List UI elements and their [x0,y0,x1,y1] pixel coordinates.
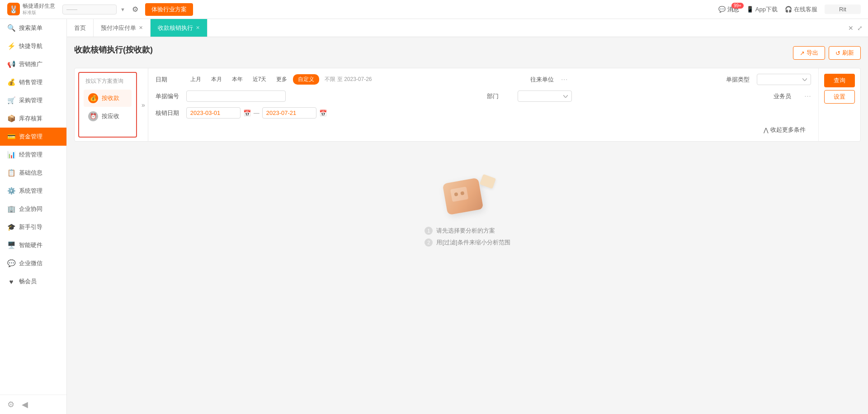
company-selector[interactable]: —— [62,5,117,14]
tab-expand-icon[interactable]: ⤢ [857,24,863,32]
empty-tip-2: 2 用[过滤]条件来缩小分析范围 [425,238,510,247]
tabs-right-controls: ✕ ⤢ [843,19,868,37]
app-badge: 标准版 [23,10,55,16]
receivable-option-icon: ⏰ [88,111,98,121]
filter-option-panel: 按以下方案查询 💰 按收款 ⏰ 按应收 [78,72,137,138]
filter-collapse-button[interactable]: » [139,68,148,141]
sidebar-item-hardware[interactable]: 🖥️ 智能硬件 [0,236,66,254]
enterprise-icon: 🏢 [7,205,15,213]
doc-number-label: 单据编号 [156,92,181,100]
filter-fields: 日期 上月 本月 本年 近7天 更多 自定义 不限 至 2023-07-26 往… [148,68,818,141]
sidebar-bottom: ⚙ ◀ [0,395,66,414]
date-this-year-btn[interactable]: 本年 [228,74,247,85]
sidebar-item-label: 搜索菜单 [19,24,42,32]
sidebar-item-system[interactable]: ⚙️ 系统管理 [0,182,66,200]
tab-prepay-close-icon[interactable]: ✕ [139,25,143,31]
sidebar-item-label: 基础信息 [19,169,42,177]
sidebar-item-operation[interactable]: 📊 经营管理 [0,146,66,164]
empty-tip-1: 1 请先选择要分析的方案 [425,227,510,235]
date-more-btn[interactable]: 更多 [272,74,291,85]
sidebar-collapse-icon[interactable]: ◀ [22,400,28,409]
guide-icon: 🎓 [7,223,15,231]
header-right-area: 💬 消息 99+ 📱 App下载 🎧 在线客服 Rit [718,5,861,14]
date-last-month-btn[interactable]: 上月 [186,74,205,85]
date-7days-btn[interactable]: 近7天 [249,74,271,85]
sidebar-item-quick-nav[interactable]: ⚡ 快捷导航 [0,37,66,55]
marketing-icon: 📢 [7,60,15,68]
user-menu[interactable]: Rit [825,5,861,14]
message-icon[interactable]: 💬 消息 99+ [718,5,739,14]
sidebar: 🔍 搜索菜单 ⚡ 快捷导航 📢 营销推广 💰 销售管理 🛒 采购管理 📦 库存核… [0,19,67,414]
filter-option-by-receipt[interactable]: 💰 按收款 [84,90,132,107]
sidebar-item-label: 企业微信 [19,259,42,267]
tab-receivable[interactable]: 收款核销执行 ✕ [151,19,208,37]
refresh-icon: ↺ [835,50,840,57]
filter-panel-title: 按以下方案查询 [84,77,132,85]
search-icon: 🔍 [7,24,15,32]
writeoff-date-label: 核销日期 [156,109,181,117]
settings-button[interactable]: 设置 [824,90,855,104]
writeoff-end-cal-icon[interactable]: 📅 [319,109,327,117]
sidebar-item-finance[interactable]: 💳 资金管理 [0,128,66,146]
filter-panel: 按以下方案查询 💰 按收款 ⏰ 按应收 » [74,68,861,142]
sidebar-item-sales[interactable]: 💰 销售管理 [0,73,66,91]
sidebar-item-label: 系统管理 [19,187,42,195]
tab-receivable-close-icon[interactable]: ✕ [196,25,200,31]
page-content: 收款核销执行(按收款) ↗ 导出 ↺ 刷新 按以下方案 [67,37,868,414]
export-button[interactable]: ↗ 导出 [793,46,825,60]
app-logo-icon: 🐰 [7,3,20,15]
filter-action-buttons: 查询 设置 [818,68,860,141]
filter-option-receipt-label: 按收款 [102,94,119,102]
date-quick-buttons: 上月 本月 本年 近7天 更多 自定义 [186,74,320,85]
export-icon: ↗ [800,50,805,57]
writeoff-end-input[interactable] [262,107,316,119]
sidebar-item-label: 采购管理 [19,96,42,105]
refresh-button[interactable]: ↺ 刷新 [829,46,861,60]
inventory-icon: 📦 [7,114,15,123]
doc-type-select[interactable] [757,74,811,85]
tab-home-label: 首页 [74,24,86,32]
date-custom-btn[interactable]: 自定义 [293,74,319,85]
counterparty-dots: ··· [561,75,568,84]
tab-prepay[interactable]: 预付冲应付单 ✕ [94,19,151,37]
tab-home[interactable]: 首页 [67,19,94,37]
tab-close-all-icon[interactable]: ✕ [848,24,854,32]
sidebar-item-guide[interactable]: 🎓 新手引导 [0,218,66,236]
sidebar-item-enterprise[interactable]: 🏢 企业协同 [0,200,66,218]
sidebar-item-basic[interactable]: 📋 基础信息 [0,164,66,182]
sidebar-settings-icon[interactable]: ⚙ [7,400,14,409]
online-service-link[interactable]: 🎧 在线客服 [785,5,817,14]
collapse-more-button[interactable]: ⋀ 收起更多条件 [758,124,811,136]
department-label: 部门 [487,92,512,100]
department-select[interactable] [518,90,572,102]
app-name: 畅捷通好生意 [23,3,55,9]
industry-solution-button[interactable]: 体验行业方案 [145,3,193,16]
basic-icon: 📋 [7,169,15,177]
sidebar-item-wechat[interactable]: 💬 企业微信 [0,254,66,272]
receipt-option-icon: 💰 [88,93,98,103]
writeoff-start-cal-icon[interactable]: 📅 [243,109,251,117]
date-this-month-btn[interactable]: 本月 [207,74,226,85]
doc-type-label: 单据类型 [726,76,751,84]
sidebar-item-purchase[interactable]: 🛒 采购管理 [0,91,66,109]
sidebar-item-search[interactable]: 🔍 搜索菜单 [0,19,66,37]
sidebar-item-label: 快捷导航 [19,42,42,50]
filter-option-by-receivable[interactable]: ⏰ 按应收 [84,108,132,125]
sidebar-item-label: 库存核算 [19,114,42,123]
query-button[interactable]: 查询 [824,74,855,87]
sidebar-item-inventory[interactable]: 📦 库存核算 [0,109,66,128]
app-download-link[interactable]: 📱 App下载 [746,5,778,14]
sidebar-item-label: 销售管理 [19,78,42,86]
system-icon: ⚙️ [7,187,15,195]
date-label: 日期 [156,76,181,84]
settings-icon[interactable]: ⚙ [129,3,142,16]
sidebar-item-vip[interactable]: ♥ 畅会员 [0,272,66,290]
sidebar-item-marketing[interactable]: 📢 营销推广 [0,55,66,73]
company-chevron-icon[interactable]: ▼ [120,7,125,12]
operation-icon: 📊 [7,151,15,159]
filter-row-1: 日期 上月 本月 本年 近7天 更多 自定义 不限 至 2023-07-26 往… [156,74,811,85]
doc-number-input[interactable] [186,90,286,102]
wechat-icon: 💬 [7,259,15,267]
writeoff-start-input[interactable] [186,107,241,119]
finance-icon: 💳 [7,133,15,141]
